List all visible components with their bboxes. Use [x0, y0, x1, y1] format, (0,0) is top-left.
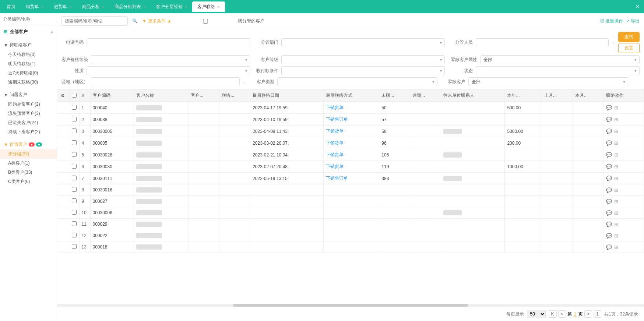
row-checkbox[interactable] [72, 210, 77, 215]
window-close-btn[interactable]: × [633, 3, 643, 11]
tab-sales[interactable]: 销货单 × [21, 1, 49, 12]
row-checkbox[interactable] [72, 198, 77, 203]
col-checkbox-all[interactable] [69, 89, 79, 102]
sidebar-item-tomorrow[interactable]: 明天待联络(1) [0, 59, 57, 68]
batch-ops-btn[interactable]: ☑ 批量操作 [600, 18, 623, 24]
col-last-method[interactable]: 最后联络方式 [323, 89, 379, 102]
person-dots-btn[interactable]: ... [612, 40, 615, 45]
tab-purchase[interactable]: 进货单 × [49, 1, 77, 12]
payment-select[interactable] [281, 66, 445, 75]
col-unlink[interactable]: 未联... [379, 89, 410, 102]
chat-icon[interactable]: 💬 [606, 222, 612, 227]
grid-action-icon[interactable]: ⊞ [614, 199, 618, 204]
sidebar-item-group-a[interactable]: A类客户(1) [0, 159, 57, 168]
col-contact[interactable]: 联络... [219, 89, 250, 102]
my-customers-checkbox[interactable] [176, 19, 235, 24]
area-dots-btn[interactable]: ... [243, 79, 246, 84]
grid-action-icon[interactable]: ⊞ [614, 164, 618, 169]
cell-last-method[interactable] [323, 219, 379, 230]
chat-icon[interactable]: 💬 [606, 140, 612, 146]
sidebar-item-overdue[interactable]: 逾期未联络(30) [0, 78, 57, 87]
row-checkbox[interactable] [72, 105, 77, 110]
cell-last-method[interactable] [323, 241, 379, 253]
sidebar-item-lost[interactable]: 已流失客户(24) [0, 118, 57, 127]
cell-last-method[interactable]: 下销货单 [323, 161, 379, 173]
tab-customer-contact[interactable]: 客户联络 × [192, 1, 225, 12]
cell-last-method[interactable] [323, 184, 379, 196]
col-type[interactable]: 客户... [189, 89, 219, 102]
row-checkbox[interactable] [72, 244, 77, 249]
phone-input[interactable] [87, 38, 250, 47]
tab-home[interactable]: 首页 [1, 1, 21, 12]
sidebar-item-near7[interactable]: 近7天待联络(0) [0, 68, 57, 78]
status-select[interactable] [476, 66, 640, 75]
search-btn-icon[interactable]: 🔍 [132, 18, 138, 24]
row-checkbox[interactable] [72, 140, 77, 145]
grid-action-icon[interactable]: ⊞ [614, 117, 618, 122]
cell-checkbox[interactable] [69, 196, 79, 207]
level-select[interactable] [281, 55, 445, 64]
cell-last-method[interactable]: 下销货单 [323, 149, 379, 161]
cell-checkbox[interactable] [69, 137, 79, 149]
person-input[interactable] [476, 38, 609, 47]
row-checkbox[interactable] [72, 152, 77, 157]
cell-checkbox[interactable] [69, 102, 79, 114]
grid-action-icon[interactable]: ⊞ [614, 222, 618, 227]
row-checkbox[interactable] [72, 221, 77, 226]
cell-checkbox[interactable] [69, 219, 79, 230]
chat-icon[interactable]: 💬 [606, 105, 612, 110]
prev-page-btn[interactable]: < [558, 310, 566, 318]
cell-last-method[interactable]: 下销货单 [323, 102, 379, 114]
row-checkbox[interactable] [72, 164, 77, 169]
horizontal-scrollbar[interactable] [57, 304, 644, 307]
cell-checkbox[interactable] [69, 126, 79, 137]
retail-attr-select[interactable]: 全部 [480, 55, 640, 64]
chat-icon[interactable]: 💬 [606, 117, 612, 122]
col-code[interactable]: 客户编码 [90, 89, 134, 102]
cell-last-method[interactable] [323, 207, 379, 219]
sidebar-collapse-btn[interactable]: « [51, 30, 53, 34]
tab-goods-list[interactable]: 商品分析列表 × [109, 1, 151, 12]
chat-icon[interactable]: 💬 [606, 128, 612, 134]
row-checkbox[interactable] [72, 176, 77, 180]
sidebar-value-header[interactable]: ▼ 价值客户 ● ● [0, 140, 57, 149]
sidebar-problem-header[interactable]: ▼ 问题客户 [0, 90, 57, 100]
type-select[interactable] [277, 77, 437, 86]
cell-checkbox[interactable] [69, 173, 79, 184]
cell-checkbox[interactable] [69, 149, 79, 161]
sidebar-search-input[interactable] [3, 17, 57, 22]
sidebar-item-today[interactable]: 今天待联络(0) [0, 50, 57, 59]
sidebar-item-group-c[interactable]: C类客户(6) [0, 177, 57, 186]
select-all-checkbox[interactable] [72, 93, 77, 98]
next-page-btn[interactable]: > [584, 310, 592, 318]
chat-icon[interactable]: 💬 [606, 152, 612, 158]
col-overdue[interactable]: 逾期... [410, 89, 441, 102]
chat-icon[interactable]: 💬 [606, 176, 612, 181]
grid-action-icon[interactable]: ⊞ [614, 105, 618, 110]
cell-last-method[interactable]: 下销售订单 [323, 173, 379, 184]
sidebar-item-group-b[interactable]: B类客户(33) [0, 168, 57, 177]
tab-goods-analysis[interactable]: 商品分析 × [77, 1, 109, 12]
row-checkbox[interactable] [72, 128, 77, 133]
dept-select[interactable] [281, 38, 445, 47]
col-last-month[interactable]: 上月... [542, 89, 573, 102]
grid-action-icon[interactable]: ⊞ [614, 244, 618, 250]
tab-customer-tier[interactable]: 客户分层经营 × [151, 1, 192, 12]
cell-last-method[interactable]: 下销货单 [323, 126, 379, 137]
col-name[interactable]: 客户名称 [134, 89, 189, 102]
price-select[interactable] [91, 55, 250, 64]
cell-last-method[interactable] [323, 196, 379, 207]
cell-last-method[interactable]: 下销售订单 [323, 114, 379, 126]
sidebar-item-unclassified[interactable]: 未分组(32) [0, 149, 57, 159]
cell-checkbox[interactable] [69, 184, 79, 196]
row-checkbox[interactable] [72, 117, 77, 121]
cell-last-method[interactable] [323, 230, 379, 241]
grid-action-icon[interactable]: ⊞ [614, 140, 618, 146]
search-input[interactable] [61, 16, 128, 26]
cell-checkbox[interactable] [69, 161, 79, 173]
grid-action-icon[interactable]: ⊞ [614, 187, 618, 193]
sidebar-item-abnormal[interactable]: 固购异常客户(2) [0, 100, 57, 109]
col-this-year[interactable]: 本年... [505, 89, 542, 102]
chat-icon[interactable]: 💬 [606, 164, 612, 169]
first-page-btn[interactable]: K [549, 310, 557, 318]
